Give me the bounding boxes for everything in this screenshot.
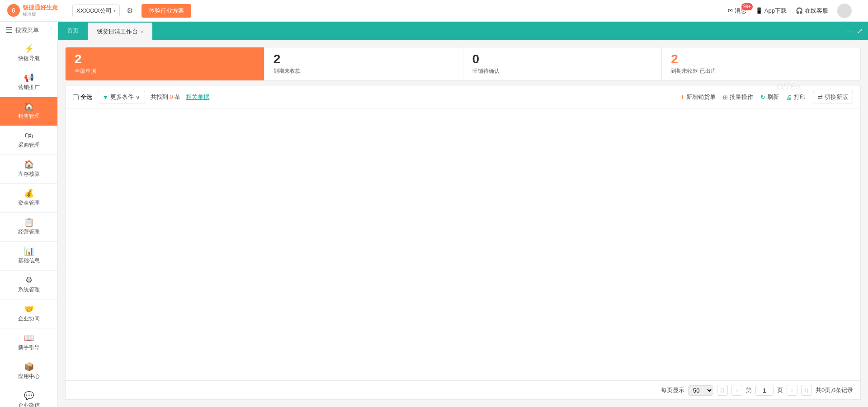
sidebar-item-inventory[interactable]: 🏠 库存核算 <box>0 155 57 184</box>
sidebar-search-label: 搜索菜单 <box>15 26 39 34</box>
switch-button[interactable]: ⇄ 切换新版 <box>813 91 853 103</box>
filter-button[interactable]: ▼ 更多条件 ∨ <box>98 91 145 103</box>
last-page-button[interactable]: ⟩⟩ <box>801 385 812 396</box>
headset-icon: 🎧 <box>796 7 803 14</box>
message-badge: 99+ <box>741 3 753 10</box>
refresh-button[interactable]: ↻ 刷新 <box>760 93 779 101</box>
message-action[interactable]: ✉ 消息 99+ <box>728 7 746 15</box>
logo-sub-text: 标准版 <box>23 11 58 17</box>
sidebar-item-app-center[interactable]: 📦 应用中心 <box>0 357 57 386</box>
tab-active-label: 钱货日清工作台 <box>97 28 138 36</box>
all-checkbox-input[interactable] <box>73 94 79 100</box>
tab-collapse-icon[interactable]: — <box>846 27 853 35</box>
prev-page-button[interactable]: ‹ <box>731 385 742 396</box>
first-page-button[interactable]: ⟨⟨ <box>717 385 728 396</box>
company-chevron-icon: ▾ <box>113 8 116 13</box>
sidebar-enterprise-label: 企业协同 <box>18 315 40 323</box>
tab-bar: 首页 钱货日清工作台 × — ⤢ <box>58 22 868 40</box>
filter-chevron-icon: ∨ <box>136 94 140 101</box>
app-download-icon: 📱 <box>755 7 763 14</box>
stat-card-all[interactable]: 2 全部单据 <box>66 47 264 80</box>
sidebar-item-basic-info[interactable]: 📊 基础信息 <box>0 242 57 271</box>
next-page-button[interactable]: › <box>787 385 797 396</box>
filter-icon: ▼ <box>103 94 108 101</box>
add-plus-icon: + <box>680 93 684 101</box>
related-link[interactable]: 相关单据 <box>186 93 209 101</box>
avatar[interactable] <box>837 4 852 18</box>
sidebar-sales-label: 销售管理 <box>18 112 40 120</box>
app-center-icon: 📦 <box>24 363 34 371</box>
sidebar-purchase-label: 采购管理 <box>18 141 40 149</box>
filter-label: 更多条件 <box>110 93 134 101</box>
stat-overdue-number: 2 <box>274 53 454 65</box>
page-suffix-label: 页 <box>777 386 783 394</box>
batch-button[interactable]: ⊞ 批量操作 <box>723 93 753 101</box>
sidebar-item-guide[interactable]: 📖 新手引导 <box>0 328 57 357</box>
page-content: 2 全部单据 2 到期未收款 0 旺铺待确认 2 到期未收款 已出库 <box>58 40 868 407</box>
app-download-label: App下载 <box>764 7 787 15</box>
sidebar-inventory-label: 库存核算 <box>18 170 40 178</box>
toolbar-right: + 新增销货单 ⊞ 批量操作 ↻ 刷新 🖨 打印 <box>680 91 853 103</box>
print-label: 打印 <box>794 93 806 101</box>
sidebar-item-operation[interactable]: 📋 经营管理 <box>0 213 57 242</box>
found-unit: 条 <box>175 94 180 100</box>
found-prefix: 共找到 <box>151 94 168 100</box>
stat-all-label: 全部单据 <box>75 67 255 75</box>
print-button[interactable]: 🖨 打印 <box>786 93 806 101</box>
stat-card-overdue[interactable]: 2 到期未收款 <box>264 47 463 80</box>
purchase-icon: 🛍 <box>25 131 33 140</box>
select-all-label: 全选 <box>80 93 92 101</box>
batch-label: 批量操作 <box>730 93 753 101</box>
stat-card-wangpu[interactable]: 0 旺铺待确认 <box>463 47 662 80</box>
sidebar-item-marketing[interactable]: 📢 营销推广 <box>0 68 57 97</box>
stat-wangpu-label: 旺铺待确认 <box>472 67 653 75</box>
logo-text: 畅捷通好生意 标准版 <box>23 4 58 18</box>
sidebar-item-enterprise[interactable]: 🤝 企业协同 <box>0 299 57 328</box>
sidebar: ☰ 搜索菜单 ⚡ 快捷导航 📢 营销推广 🏠 销售管理 🛍 采购管理 🏠 库存核… <box>0 22 58 407</box>
operation-icon: 📋 <box>24 218 34 226</box>
industry-button[interactable]: 体验行业方案 <box>142 4 191 18</box>
stat-card-overdue-out[interactable]: 2 到期未收款 已出库 <box>662 47 860 80</box>
add-button[interactable]: + 新增销货单 <box>680 93 716 101</box>
sidebar-item-finance[interactable]: 💰 资金管理 <box>0 184 57 213</box>
message-icon: ✉ <box>728 7 733 14</box>
sidebar-item-purchase[interactable]: 🛍 采购管理 <box>0 126 57 155</box>
online-service-action[interactable]: 🎧 在线客服 <box>796 7 828 15</box>
switch-icon: ⇄ <box>818 94 823 101</box>
wechat-icon: 💬 <box>24 392 34 400</box>
sidebar-item-sales[interactable]: 🏠 销售管理 <box>0 97 57 126</box>
stat-overdue-label: 到期未收款 <box>274 67 454 75</box>
sidebar-item-quick-nav[interactable]: ⚡ 快捷导航 <box>0 39 57 68</box>
sidebar-marketing-label: 营销推广 <box>18 84 40 91</box>
tab-active[interactable]: 钱货日清工作台 × <box>88 23 152 41</box>
sidebar-quick-nav-label: 快捷导航 <box>18 55 40 62</box>
inventory-icon: 🏠 <box>24 160 34 168</box>
stat-all-number: 2 <box>75 53 255 65</box>
stat-cards: 2 全部单据 2 到期未收款 0 旺铺待确认 2 到期未收款 已出库 <box>65 47 861 81</box>
enterprise-icon: 🤝 <box>24 305 34 313</box>
settings-icon[interactable]: ⚙ <box>123 5 136 17</box>
sidebar-app-center-label: 应用中心 <box>18 373 40 380</box>
found-text: 共找到 0 条 <box>151 93 180 101</box>
marketing-icon: 📢 <box>24 74 34 82</box>
tab-home-label: 首页 <box>67 27 79 35</box>
tab-expand-icon[interactable]: ⤢ <box>857 27 863 35</box>
app-download-action[interactable]: 📱 App下载 <box>755 7 787 15</box>
top-header: 6 畅捷通好生意 标准版 XXXXXX公司 ▾ ⚙ 体验行业方案 ✉ 消息 99… <box>0 0 868 22</box>
sidebar-item-wechat[interactable]: 💬 企业微信 <box>0 386 57 407</box>
company-selector[interactable]: XXXXXX公司 ▾ <box>72 5 120 17</box>
sidebar-item-system[interactable]: ⚙ 系统管理 <box>0 271 57 299</box>
sidebar-item-search[interactable]: ☰ 搜索菜单 <box>0 22 57 39</box>
page-input[interactable]: 1 <box>755 385 774 396</box>
tab-home[interactable]: 首页 <box>58 22 88 40</box>
company-name: XXXXXX公司 <box>76 7 112 15</box>
tab-close-icon[interactable]: × <box>141 29 143 34</box>
guide-icon: 📖 <box>24 334 34 342</box>
table-area <box>65 108 861 381</box>
select-all-checkbox[interactable]: 全选 <box>73 93 92 101</box>
stat-overdue-out-label: 到期未收款 已出库 <box>671 67 851 75</box>
per-page-select[interactable]: 50 100 200 <box>688 385 713 396</box>
system-icon: ⚙ <box>25 276 33 284</box>
main-layout: ☰ 搜索菜单 ⚡ 快捷导航 📢 营销推广 🏠 销售管理 🛍 采购管理 🏠 库存核… <box>0 22 868 407</box>
quick-nav-icon: ⚡ <box>24 45 34 53</box>
